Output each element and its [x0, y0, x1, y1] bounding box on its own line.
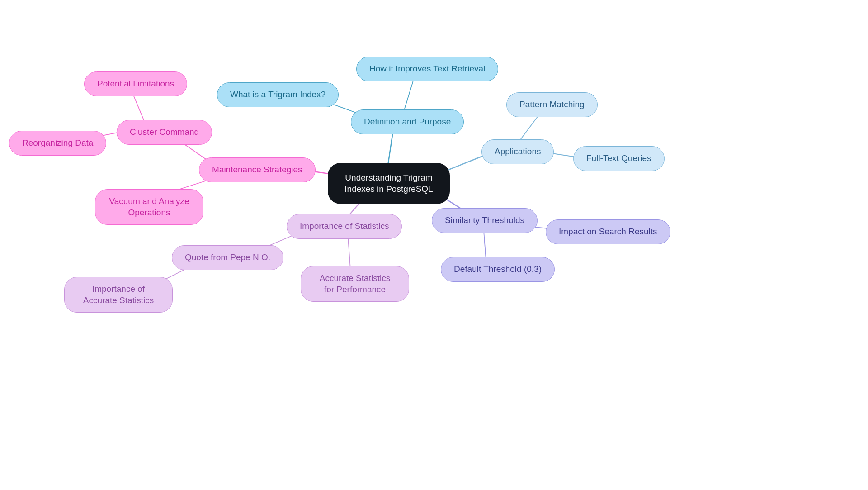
- node-default-threshold[interactable]: Default Threshold (0.3): [441, 257, 555, 282]
- node-similarity[interactable]: Similarity Thresholds: [432, 208, 538, 233]
- svg-line-11: [348, 238, 350, 269]
- svg-line-1: [443, 155, 486, 172]
- node-improve-retrieval-label: How it Improves Text Retrieval: [369, 63, 485, 75]
- node-maintenance-label: Maintenance Strategies: [212, 164, 302, 176]
- node-maintenance[interactable]: Maintenance Strategies: [199, 157, 316, 182]
- node-accurate-stats[interactable]: Accurate Statistics for Performance: [301, 266, 409, 302]
- node-cluster-label: Cluster Command: [130, 127, 199, 138]
- svg-line-6: [405, 79, 414, 109]
- node-quote[interactable]: Quote from Pepe N O.: [172, 245, 283, 270]
- node-fulltext-queries-label: Full-Text Queries: [586, 153, 651, 164]
- node-what-trigram[interactable]: What is a Trigram Index?: [217, 82, 339, 107]
- node-reorganizing[interactable]: Reorganizing Data: [9, 131, 106, 156]
- node-applications[interactable]: Applications: [481, 139, 554, 164]
- center-label: Understanding Trigram Indexes in Postgre…: [339, 172, 439, 195]
- node-vacuum-label: Vacuum and Analyze Operations: [108, 196, 190, 218]
- node-applications-label: Applications: [495, 146, 541, 157]
- node-limitations-label: Potential Limitations: [97, 78, 174, 90]
- node-accurate-stats-label: Accurate Statistics for Performance: [314, 273, 396, 295]
- node-quote-label: Quote from Pepe N O.: [185, 252, 270, 263]
- node-pattern-matching-label: Pattern Matching: [519, 99, 585, 110]
- node-cluster[interactable]: Cluster Command: [117, 120, 212, 145]
- svg-line-17: [133, 95, 145, 122]
- node-similarity-label: Similarity Thresholds: [445, 215, 524, 226]
- node-vacuum[interactable]: Vacuum and Analyze Operations: [95, 189, 203, 225]
- node-what-trigram-label: What is a Trigram Index?: [230, 89, 326, 100]
- center-node[interactable]: Understanding Trigram Indexes in Postgre…: [328, 163, 450, 204]
- node-importance-accurate-label: Importance of Accurate Statistics: [77, 284, 160, 306]
- node-improve-retrieval[interactable]: How it Improves Text Retrieval: [356, 57, 498, 81]
- node-importance-accurate[interactable]: Importance of Accurate Statistics: [64, 277, 173, 313]
- node-fulltext-queries[interactable]: Full-Text Queries: [573, 146, 665, 171]
- svg-line-9: [484, 231, 486, 260]
- node-statistics-label: Importance of Statistics: [300, 221, 389, 232]
- node-impact-search[interactable]: Impact on Search Results: [546, 219, 670, 244]
- node-definition[interactable]: Definition and Purpose: [351, 109, 464, 134]
- node-pattern-matching[interactable]: Pattern Matching: [506, 92, 598, 117]
- svg-line-7: [520, 113, 540, 140]
- node-limitations[interactable]: Potential Limitations: [84, 71, 187, 96]
- node-impact-search-label: Impact on Search Results: [559, 226, 657, 238]
- node-reorganizing-label: Reorganizing Data: [22, 138, 93, 149]
- node-statistics[interactable]: Importance of Statistics: [287, 214, 402, 239]
- node-default-threshold-label: Default Threshold (0.3): [454, 264, 542, 275]
- svg-line-0: [388, 129, 393, 165]
- node-definition-label: Definition and Purpose: [364, 116, 451, 128]
